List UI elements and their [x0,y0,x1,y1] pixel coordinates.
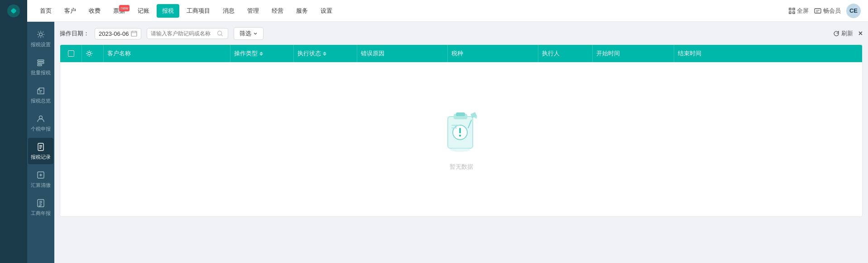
th-operation-type: 操作类型 [230,45,294,62]
refresh-icon [833,30,839,37]
toolbar: 操作日期： 2023-06-06 筛选 [60,27,863,40]
batch-icon [35,57,46,68]
date-input[interactable]: 2023-06-06 [95,28,141,39]
nav-item-service[interactable]: 服务 [291,4,313,18]
svg-rect-8 [38,62,44,63]
sub-item-label-batch-tax: 批量报税 [31,69,51,76]
page-content: 操作日期： 2023-06-06 筛选 [54,22,868,263]
nav-item-operation[interactable]: 经营 [266,4,289,18]
nav-item-tax[interactable]: 报税 [157,4,179,18]
nav-item-customer[interactable]: 客户 [59,4,82,18]
sort-operation-type-icon [259,52,263,56]
th-exec-status: 执行状态 [294,45,357,62]
chevron-down-icon [253,31,258,36]
th-executor: 执行人 [538,45,593,62]
th-start-time: 开始时间 [593,45,674,62]
search-input[interactable] [151,30,214,37]
calc-icon [35,170,46,180]
svg-rect-9 [38,64,42,66]
settings-col-icon [86,50,93,57]
svg-rect-1 [789,8,791,10]
th-error-reason: 错误原因 [357,45,448,62]
header-checkbox[interactable] [68,50,74,57]
nav-item-business[interactable]: 工商项目 [181,4,216,18]
sort-exec-status-icon [323,52,326,56]
calendar-icon [131,30,137,37]
nav-item-invoice[interactable]: 票据new [108,4,130,18]
avatar[interactable]: CE [846,4,861,18]
svg-point-25 [450,147,470,152]
nav-item-settings[interactable]: 设置 [315,4,338,18]
main-area: 首页客户收费票据new记账报税工商项目消息管理经营服务设置 全屏 畅会员 CE … [27,0,868,263]
person-icon [35,113,46,124]
sub-item-annual-report[interactable]: 工商年报 [28,194,53,220]
svg-rect-3 [789,12,791,14]
svg-point-22 [459,135,461,136]
content-area: 报税设置批量报税报税总览个税申报报税记录汇算清缴工商年报 操作日期： 2023-… [27,22,868,263]
sub-item-label-tax-records: 报税记录 [31,154,51,161]
sub-item-label-annual-report: 工商年报 [31,210,51,217]
nav-item-manage[interactable]: 管理 [242,4,264,18]
refresh-btn[interactable]: 刷新 [833,29,853,38]
nav-right: 全屏 畅会员 CE [789,4,861,18]
fullscreen-btn[interactable]: 全屏 [789,7,809,15]
svg-rect-23 [451,125,460,126]
svg-point-6 [39,33,43,36]
empty-text: 暂无数据 [450,163,473,171]
nav-items: 首页客户收费票据new记账报税工商项目消息管理经营服务设置 [34,4,789,18]
sub-item-tax-summary[interactable]: 报税总览 [28,82,53,108]
nav-item-account[interactable]: 记账 [132,4,155,18]
empty-illustration [439,107,484,157]
svg-point-15 [217,31,221,35]
th-tax-type: 税种 [448,45,538,62]
sub-item-settlement[interactable]: 汇算清缴 [28,166,53,192]
sub-item-personal-tax[interactable]: 个税申报 [28,110,53,136]
fullscreen-label: 全屏 [797,7,809,15]
svg-rect-4 [793,12,795,14]
close-btn[interactable]: × [858,29,863,38]
sub-item-tax-records[interactable]: 报税记录 [28,138,53,164]
th-end-time: 结束时间 [674,45,738,62]
filter-btn[interactable]: 筛选 [234,27,264,40]
svg-rect-19 [456,112,465,116]
sub-item-label-personal-tax: 个税申报 [31,126,51,132]
nav-item-home[interactable]: 首页 [34,4,57,18]
svg-rect-7 [38,60,44,61]
empty-state: 暂无数据 [439,107,484,171]
svg-rect-2 [793,8,795,10]
toolbar-right: 刷新 × [833,29,863,38]
nav-item-message[interactable]: 消息 [217,4,240,18]
member-btn[interactable]: 畅会员 [814,7,841,15]
sub-item-tax-settings[interactable]: 报税设置 [28,25,53,52]
record-icon [35,141,46,152]
table: 客户名称 操作类型 执行状态 [60,44,863,217]
date-value: 2023-06-06 [99,30,129,37]
date-label: 操作日期： [60,29,89,38]
table-header: 客户名称 操作类型 执行状态 [60,45,862,62]
sub-item-label-tax-settings: 报税设置 [31,41,51,48]
th-settings [82,45,104,62]
top-nav: 首页客户收费票据new记账报税工商项目消息管理经营服务设置 全屏 畅会员 CE [27,0,868,22]
filter-label: 筛选 [240,29,251,38]
sub-item-label-tax-summary: 报税总览 [31,97,51,104]
summary-icon [35,85,46,96]
sub-sidebar: 报税设置批量报税报税总览个税申报报税记录汇算清缴工商年报 [27,22,54,263]
th-checkbox[interactable] [60,45,82,62]
nav-item-billing[interactable]: 收费 [83,4,106,18]
search-icon [217,30,223,37]
member-label: 畅会员 [823,7,841,15]
sidebar [0,0,27,263]
svg-rect-5 [815,9,821,13]
svg-rect-24 [451,127,457,129]
settings-icon [35,29,46,40]
table-body: 暂无数据 [60,62,862,216]
refresh-label: 刷新 [841,29,853,38]
th-client-name: 客户名称 [104,45,230,62]
app-logo[interactable] [0,0,27,22]
report-icon [35,198,46,209]
sub-item-batch-tax[interactable]: 批量报税 [28,54,53,80]
sub-item-label-settlement: 汇算清缴 [31,182,51,189]
search-wrap [147,28,228,39]
svg-rect-21 [459,128,460,133]
svg-rect-14 [131,31,137,36]
